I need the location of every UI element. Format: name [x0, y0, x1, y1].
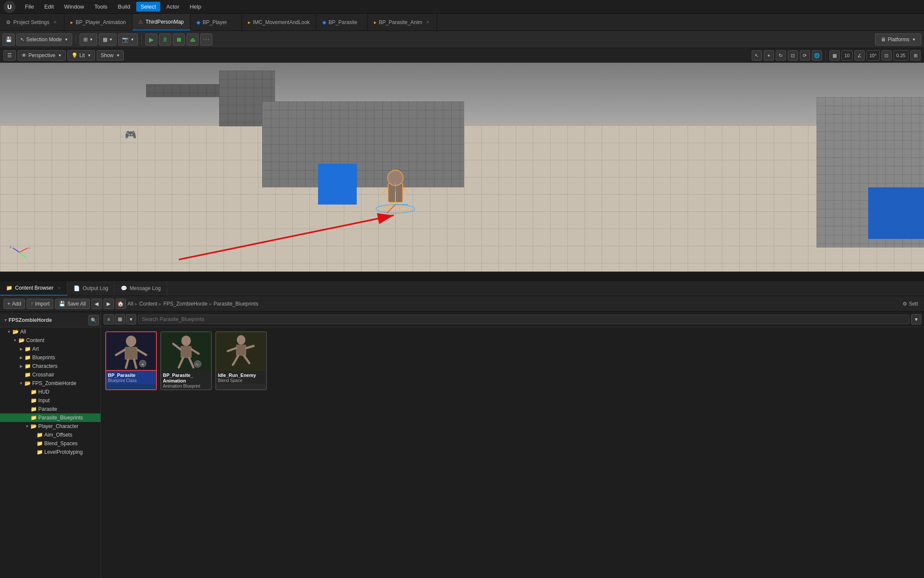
- nav-forward-btn[interactable]: ▶: [104, 299, 114, 309]
- tree-item-hud[interactable]: 📁 HUD: [0, 388, 101, 396]
- menu-help[interactable]: Help: [185, 2, 205, 12]
- menu-select[interactable]: Select: [136, 2, 160, 12]
- angle-value[interactable]: 10°: [866, 50, 880, 61]
- platforms-button[interactable]: 🖥 Platforms ▼: [875, 34, 921, 46]
- grid-value[interactable]: 10: [841, 50, 853, 61]
- rotate-tool-btn[interactable]: ↻: [776, 50, 786, 61]
- tree-item-aim-offsets[interactable]: 📁 Aim_Offsets: [0, 431, 101, 439]
- app-logo[interactable]: U: [3, 1, 15, 13]
- tab-close-icon[interactable]: ✕: [52, 19, 58, 25]
- more-play-options-button[interactable]: ⋯: [200, 34, 212, 46]
- transform-mode-tool-btn[interactable]: ⟳: [800, 50, 810, 61]
- surface-snap-btn[interactable]: 🌐: [812, 50, 822, 61]
- breadcrumb-sep-3: ▸: [209, 301, 212, 307]
- panel-tab-output-log[interactable]: 📄 Output Log: [67, 281, 114, 296]
- menu-build[interactable]: Build: [113, 2, 135, 12]
- nav-up-btn[interactable]: 🏠: [116, 299, 126, 309]
- menu-window[interactable]: Window: [60, 2, 88, 12]
- import-button[interactable]: ↑ Import: [27, 299, 53, 309]
- content-browser-close-icon[interactable]: ✕: [58, 286, 61, 291]
- asset-idle-run-enemy[interactable]: Idle_Run_Enemy Blend Space: [215, 331, 267, 390]
- panel-tab-content-browser[interactable]: 📁 Content Browser ✕: [0, 281, 67, 296]
- snap-mode-btn[interactable]: ▦ ▼: [99, 34, 117, 46]
- tab-imc-movement[interactable]: ▸ IMC_MovementAndLook: [242, 14, 316, 31]
- view-options-btn[interactable]: ≡: [104, 314, 114, 324]
- tree-search-btn[interactable]: 🔍: [89, 315, 99, 325]
- transform-mode-btn[interactable]: ⊞ ▼: [80, 34, 97, 46]
- search-input[interactable]: [138, 315, 909, 324]
- screen-space-btn[interactable]: ⊞: [910, 50, 921, 61]
- svg-line-23: [138, 350, 146, 355]
- root-collapse-arrow[interactable]: ▼: [3, 318, 9, 322]
- move-tool-btn[interactable]: +: [764, 50, 774, 61]
- breadcrumb-content[interactable]: Content: [139, 301, 157, 307]
- idle-run-svg: [222, 333, 260, 370]
- tab-third-person-map[interactable]: ⚠ ThirdPersonMap: [132, 14, 190, 31]
- tab-bp-parasite-anim[interactable]: ▸ BP_Parasite_Anim ✕: [368, 14, 438, 31]
- viewport[interactable]: ☰ 👁 Perspective ▼ 💡 Lit ▼ Show ▼ ↖ + ↻ ⊡…: [0, 48, 924, 272]
- grid-toggle-btn[interactable]: ▦: [829, 50, 840, 61]
- tree-item-characters[interactable]: ▶ 📁 Characters: [0, 362, 101, 370]
- tab-bp-parasite[interactable]: ◆ BP_Parasite: [316, 14, 368, 31]
- pause-button[interactable]: ⏸: [159, 34, 171, 46]
- breadcrumb-fps[interactable]: FPS_ZombieHorde: [163, 301, 208, 307]
- tree-item-content[interactable]: ▼ 📂 Content: [0, 336, 101, 345]
- parasite-bp-folder-icon: 📁: [30, 414, 37, 421]
- tree-item-art[interactable]: ▶ 📁 Art: [0, 345, 101, 353]
- content-browser-label: Content Browser: [15, 285, 53, 291]
- content-browser-settings-btn[interactable]: ⚙ Sett: [900, 300, 921, 308]
- breadcrumb-parasite[interactable]: Parasite_Blueprints: [214, 301, 258, 307]
- eject-button[interactable]: ⏏: [187, 34, 199, 46]
- lit-label: Lit: [80, 52, 85, 58]
- panel-tab-message-log[interactable]: 💬 Message Log: [115, 281, 167, 296]
- tab-bp-player-animation[interactable]: ▸ BP_Player_Animation: [64, 14, 132, 31]
- show-btn[interactable]: Show ▼: [97, 50, 124, 61]
- scale-value[interactable]: 0.25: [893, 50, 909, 61]
- grid-view-btn[interactable]: ▦: [115, 314, 125, 324]
- select-tool-btn[interactable]: ↖: [752, 50, 762, 61]
- lit-btn[interactable]: 💡 Lit ▼: [67, 50, 95, 61]
- tree-item-blend-spaces[interactable]: 📁 Blend_Spaces: [0, 439, 101, 448]
- menu-file[interactable]: File: [21, 2, 38, 12]
- svg-line-6: [380, 187, 388, 196]
- stop-button[interactable]: ⏹: [173, 34, 185, 46]
- asset-bp-parasite[interactable]: ★ BP_Parasite Blueprint Class: [105, 331, 157, 390]
- menu-edit[interactable]: Edit: [40, 2, 58, 12]
- tree-item-crosshair[interactable]: 📁 Crosshair: [0, 370, 101, 379]
- angle-toggle-btn[interactable]: ∠: [854, 50, 865, 61]
- breadcrumb-all[interactable]: All: [128, 301, 133, 307]
- tab-project-settings[interactable]: ⚙ Project Settings ✕: [0, 14, 64, 31]
- scale-tool-btn[interactable]: ⊡: [788, 50, 798, 61]
- toolbar-sep-1: [76, 34, 76, 45]
- perspective-btn[interactable]: 👁 Perspective ▼: [18, 50, 66, 61]
- svg-line-32: [179, 358, 183, 367]
- tree-item-parasite-blueprints[interactable]: 📁 Parasite_Blueprints: [0, 413, 101, 422]
- tree-item-blueprints[interactable]: ▶ 📁 Blueprints: [0, 353, 101, 362]
- filter-btn[interactable]: ▼: [126, 314, 136, 324]
- search-options-dropdown-btn[interactable]: ▼: [911, 314, 921, 324]
- tab-parasite-anim-close[interactable]: ✕: [425, 19, 431, 25]
- idle-run-label-area: Idle_Run_Enemy Blend Space: [216, 371, 266, 384]
- hamburger-menu-btn[interactable]: ☰: [3, 50, 16, 61]
- bp-anim-icon: ▸: [70, 19, 73, 25]
- menu-tools[interactable]: Tools: [90, 2, 112, 12]
- scale-toggle-btn[interactable]: ⊡: [881, 50, 892, 61]
- tree-item-player-character[interactable]: ▼ 📂 Player_Character: [0, 422, 101, 431]
- camera-speed-btn[interactable]: 📷 ▼: [118, 34, 138, 46]
- asset-bp-parasite-animation[interactable]: ✎ BP_Parasite_ Animation Animation Bluep…: [160, 331, 212, 390]
- svg-line-40: [233, 356, 238, 365]
- add-button[interactable]: + Add: [3, 299, 25, 309]
- tree-item-input[interactable]: 📁 Input: [0, 396, 101, 405]
- save-icon-btn[interactable]: 💾: [3, 34, 15, 46]
- tab-bp-player[interactable]: ◆ BP_Player: [190, 14, 242, 31]
- selection-mode-btn[interactable]: ↖ Selection Mode ▼: [16, 34, 72, 46]
- save-all-button[interactable]: 💾 Save All: [55, 299, 89, 309]
- tree-item-parasite[interactable]: 📁 Parasite: [0, 405, 101, 413]
- tree-item-fps-zombie-horde[interactable]: ▼ 📂 FPS_ZombieHorde: [0, 379, 101, 388]
- svg-point-1: [382, 206, 408, 212]
- menu-actor[interactable]: Actor: [162, 2, 184, 12]
- play-button[interactable]: ▶: [145, 34, 157, 46]
- tree-item-level-prototyping[interactable]: 📁 LevelPrototyping: [0, 448, 101, 456]
- tree-item-all[interactable]: ▼ 📂 All: [0, 327, 101, 336]
- nav-back-btn[interactable]: ◀: [92, 299, 102, 309]
